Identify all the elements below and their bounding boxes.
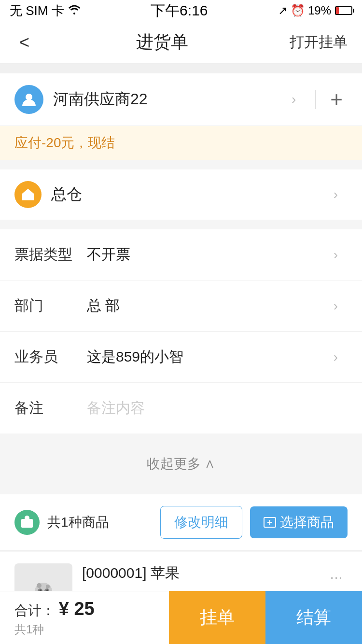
status-left: 无 SIM 卡 — [10, 2, 81, 19]
page-title: 进货单 — [136, 30, 188, 54]
warehouse-name: 总仓 — [51, 184, 334, 205]
product-more-button[interactable]: ··· — [325, 563, 348, 591]
salesman-row[interactable]: 业务员 这是859的小智 › — [0, 332, 362, 383]
alarm-icon: ⏰ — [291, 4, 305, 17]
open-hang-button[interactable]: 打开挂单 — [290, 32, 348, 52]
warehouse-icon — [14, 181, 42, 208]
product-code: [0000001] — [82, 565, 151, 581]
carrier-text: 无 SIM 卡 — [10, 2, 64, 19]
svg-rect-1 — [26, 196, 30, 200]
department-row[interactable]: 部门 总 部 › — [0, 280, 362, 332]
select-product-label: 选择商品 — [280, 513, 334, 532]
salesman-label: 业务员 — [14, 347, 77, 367]
footer-total-row: 合计： ¥ 25 — [14, 599, 154, 620]
footer: 合计： ¥ 25 共1种 挂单 结算 — [0, 591, 362, 644]
product-title: 苹果 — [151, 565, 180, 581]
product-count-icon — [14, 510, 40, 535]
back-button[interactable]: < — [14, 28, 34, 57]
status-bar: 无 SIM 卡 下午6:16 ↗ ⏰ 19% — [0, 0, 362, 21]
battery-icon — [335, 6, 352, 15]
footer-sub-label: 共1种 — [14, 622, 154, 637]
collapse-row[interactable]: 收起更多 ∧ — [0, 443, 362, 485]
supplier-row[interactable]: 河南供应商22 › + — [0, 73, 362, 126]
nav-bar: < 进货单 打开挂单 — [0, 21, 362, 64]
warehouse-chevron-icon: › — [334, 187, 338, 202]
salesman-value: 这是859的小智 — [77, 347, 334, 367]
form-section: 票据类型 不开票 › 部门 总 部 › 业务员 这是859的小智 › 备注 备注… — [0, 229, 362, 434]
status-time: 下午6:16 — [151, 1, 208, 21]
wifi-icon — [68, 3, 81, 18]
supplier-chevron-icon: › — [292, 92, 296, 107]
edit-detail-button[interactable]: 修改明细 — [160, 506, 242, 539]
svg-point-8 — [37, 583, 42, 588]
vertical-divider — [315, 90, 316, 109]
remark-input[interactable]: 备注内容 — [77, 398, 348, 418]
product-count-text: 共1种商品 — [47, 513, 160, 532]
invoice-row[interactable]: 票据类型 不开票 › — [0, 229, 362, 280]
footer-total: 合计： ¥ 25 共1种 — [0, 591, 169, 644]
supplier-name: 河南供应商22 — [53, 89, 292, 110]
total-amount: ¥ 25 — [59, 599, 95, 619]
hang-order-button[interactable]: 挂单 — [169, 591, 265, 644]
gap-1 — [0, 64, 362, 73]
supplier-notice: 应付-20元，现结 — [0, 126, 362, 160]
department-label: 部门 — [14, 296, 77, 316]
battery-text: 19% — [308, 4, 331, 17]
svg-rect-2 — [21, 519, 33, 528]
supplier-avatar — [14, 85, 43, 114]
invoice-label: 票据类型 — [14, 245, 77, 265]
invoice-chevron-icon: › — [334, 247, 338, 263]
add-supplier-button[interactable]: + — [325, 87, 348, 112]
invoice-value: 不开票 — [77, 245, 334, 265]
remark-row[interactable]: 备注 备注内容 — [0, 383, 362, 434]
supplier-section: 河南供应商22 › + 应付-20元，现结 — [0, 73, 362, 160]
warehouse-row[interactable]: 总仓 › — [0, 169, 362, 220]
status-right: ↗ ⏰ 19% — [278, 4, 352, 17]
salesman-chevron-icon: › — [334, 350, 338, 365]
total-label: 合计： — [14, 603, 55, 618]
select-product-button[interactable]: 选择商品 — [250, 506, 348, 538]
product-name: [0000001] 苹果 — [82, 563, 325, 583]
product-header: 共1种商品 修改明细 选择商品 — [0, 494, 362, 551]
svg-point-9 — [46, 585, 50, 588]
collapse-label: 收起更多 ∧ — [147, 455, 216, 473]
svg-point-0 — [26, 94, 32, 100]
remark-label: 备注 — [14, 398, 77, 418]
department-chevron-icon: › — [334, 298, 338, 314]
location-icon: ↗ — [278, 4, 288, 17]
department-value: 总 部 — [77, 296, 334, 316]
checkout-button[interactable]: 结算 — [265, 591, 362, 644]
